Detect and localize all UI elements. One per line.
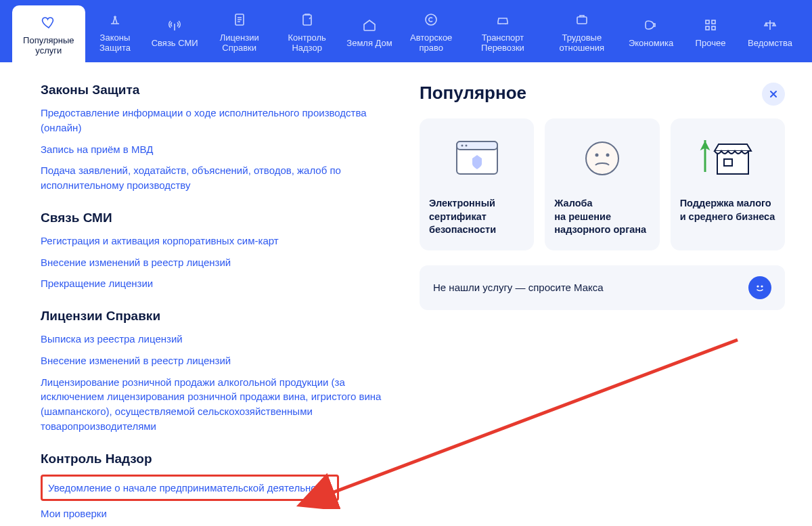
service-link[interactable]: Выписка из реестра лицензий (41, 332, 392, 347)
nav-tab-agencies[interactable]: Ведомства (740, 0, 800, 62)
service-link[interactable]: Лицензирование розничной продажи алкогол… (41, 375, 392, 434)
service-link[interactable]: Регистрация и активация корпоративных си… (41, 234, 392, 248)
card-title: Жалоба на решение надзорного органа (554, 197, 650, 237)
section-title: Законы Защита (41, 83, 392, 97)
svg-point-17 (753, 281, 767, 294)
popular-cards: Электронный сертификат безопасности Жало… (420, 118, 785, 250)
svg-rect-3 (577, 17, 587, 24)
nav-tab-control[interactable]: Контроль Надзор (274, 0, 340, 62)
svg-point-19 (761, 285, 763, 287)
nav-tab-popular[interactable]: Популярные услуги (12, 5, 85, 62)
close-icon (768, 89, 779, 100)
service-link[interactable]: Внесение изменений в реестр лицензий (41, 353, 392, 368)
card-title: Поддержка малого и среднего бизнеса (680, 197, 775, 223)
clipboard-icon (298, 11, 316, 28)
document-icon (231, 11, 248, 28)
section-licenses: Лицензии Справки Выписка из реестра лице… (41, 309, 392, 434)
briefcase-icon (573, 11, 591, 28)
nav-tab-labor[interactable]: Трудовые отношения (543, 0, 621, 62)
section-title: Связь СМИ (41, 211, 392, 225)
popular-heading: Популярное (420, 83, 785, 104)
nav-tab-economy[interactable]: Экономика (621, 0, 681, 62)
section-comm: Связь СМИ Регистрация и активация корпор… (41, 211, 392, 291)
svg-point-14 (606, 154, 609, 157)
nav-tab-label: Популярные услуги (16, 35, 81, 56)
service-link[interactable]: Предоставление информации о ходе исполни… (41, 106, 392, 135)
scales-icon (761, 16, 779, 34)
svg-point-11 (465, 145, 467, 147)
nav-tab-label: Связь СМИ (152, 38, 198, 48)
gavel-icon (106, 11, 124, 28)
section-laws: Законы Защита Предоставление информации … (41, 83, 392, 193)
nav-tab-label: Авторское право (403, 32, 459, 53)
sad-face-illustration (554, 129, 650, 188)
shop-illustration (680, 129, 775, 188)
service-link[interactable]: Мои проверки (41, 506, 392, 521)
nav-tab-land[interactable]: Земля Дом (340, 0, 399, 62)
popular-card-complaint[interactable]: Жалоба на решение надзорного органа (545, 118, 659, 250)
svg-point-13 (595, 154, 598, 157)
section-title: Контроль Надзор (41, 452, 392, 466)
antenna-icon (166, 16, 183, 34)
nav-tab-licenses[interactable]: Лицензии Справки (204, 0, 274, 62)
top-nav: Популярные услуги Законы Защита Связь СМ… (0, 0, 812, 62)
popular-card-cert[interactable]: Электронный сертификат безопасности (420, 118, 534, 250)
svg-rect-4 (706, 20, 709, 24)
popular-card-support[interactable]: Поддержка малого и среднего бизнеса (671, 118, 785, 250)
nav-tab-label: Контроль Надзор (278, 32, 336, 53)
wallet-icon (642, 16, 660, 34)
service-link[interactable]: Запись на приём в МВД (41, 142, 392, 157)
nav-tab-label: Законы Защита (89, 32, 141, 53)
card-title: Электронный сертификат безопасности (429, 197, 524, 237)
cert-illustration (429, 129, 524, 188)
svg-rect-7 (712, 26, 715, 30)
nav-tab-label: Экономика (629, 38, 673, 48)
car-icon (494, 11, 512, 28)
nav-tab-other[interactable]: Прочее (681, 0, 740, 62)
popular-panel: Популярное Электронный сертификат безопа… (420, 83, 785, 526)
svg-rect-6 (706, 26, 709, 30)
service-link[interactable]: Прекращение лицензии (41, 276, 392, 291)
svg-point-18 (757, 285, 759, 287)
nav-tab-label: Трудовые отношения (547, 32, 617, 53)
content-area: Законы Защита Предоставление информации … (0, 62, 812, 526)
nav-tab-laws[interactable]: Законы Защита (85, 0, 145, 62)
section-control: Контроль Надзор Уведомление о начале пре… (41, 452, 392, 527)
nav-tab-label: Прочее (696, 38, 726, 48)
bot-avatar-icon (748, 276, 771, 299)
ask-max-button[interactable]: Не нашли услугу — спросите Макса (420, 265, 785, 310)
service-link[interactable]: Внесение изменений в реестр лицензий (41, 255, 392, 270)
service-link-highlighted[interactable]: Уведомление о начале предпринимательской… (48, 481, 332, 496)
svg-rect-1 (303, 15, 311, 25)
service-link[interactable]: Подача заявлений, ходатайств, объяснений… (41, 163, 392, 193)
nav-tab-label: Ведомства (748, 38, 792, 48)
service-list: Законы Защита Предоставление информации … (41, 83, 392, 526)
svg-point-12 (586, 142, 618, 175)
svg-point-10 (461, 145, 463, 147)
nav-tab-comm[interactable]: Связь СМИ (145, 0, 204, 62)
ask-max-text: Не нашли услугу — спросите Макса (433, 282, 604, 293)
nav-tab-label: Лицензии Справки (208, 32, 270, 53)
section-title: Лицензии Справки (41, 309, 392, 324)
grid-icon (702, 16, 719, 34)
heart-icon (40, 14, 58, 31)
copyright-icon (422, 11, 440, 28)
close-button[interactable] (762, 83, 785, 106)
nav-tab-label: Транспорт Перевозки (467, 32, 538, 53)
nav-tab-label: Земля Дом (346, 38, 392, 48)
nav-tab-transport[interactable]: Транспорт Перевозки (463, 0, 542, 62)
svg-rect-5 (712, 20, 715, 24)
home-icon (361, 16, 378, 34)
nav-tab-copyright[interactable]: Авторское право (399, 0, 463, 62)
svg-point-2 (426, 14, 436, 25)
highlighted-link-box: Уведомление о начале предпринимательской… (41, 475, 339, 502)
